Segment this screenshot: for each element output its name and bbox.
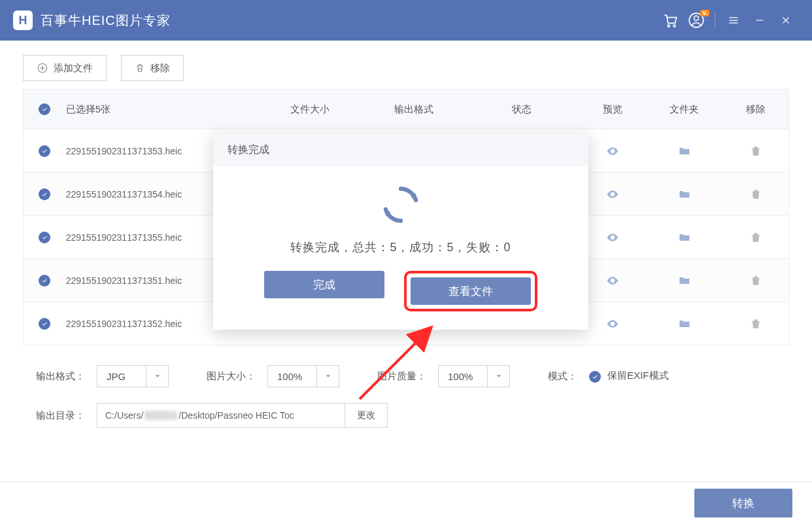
- preview-icon[interactable]: [580, 145, 645, 158]
- image-quality-dropdown[interactable]: 100%: [438, 365, 510, 387]
- select-all-checkbox[interactable]: [39, 103, 50, 115]
- output-dir-row: 输出目录： C:/Users/ /Desktop/Passneo HEIC To…: [0, 394, 812, 447]
- preview-icon[interactable]: [580, 274, 645, 287]
- modal-summary: 转换完成，总共：5，成功：5，失败：0: [290, 239, 511, 255]
- output-dir-prefix: C:/Users/: [105, 410, 143, 421]
- completion-modal: 转换完成 转换完成，总共：5，成功：5，失败：0 完成 查看文件: [213, 133, 588, 330]
- output-format-dropdown[interactable]: JPG: [97, 365, 169, 387]
- folder-icon[interactable]: [645, 145, 723, 158]
- header-status: 状态: [463, 103, 580, 116]
- chevron-down-icon: [154, 373, 161, 379]
- row-remove-icon[interactable]: [723, 145, 788, 158]
- folder-icon[interactable]: [645, 188, 723, 201]
- output-dir-label: 输出目录：: [36, 410, 85, 422]
- svg-point-0: [668, 25, 669, 27]
- header-selected: 已选择5张: [66, 103, 255, 116]
- mode-label: 模式：: [548, 370, 577, 383]
- modal-done-button[interactable]: 完成: [264, 271, 384, 298]
- image-size-value: 100%: [277, 371, 302, 382]
- close-icon[interactable]: [773, 7, 799, 33]
- folder-icon[interactable]: [645, 317, 723, 330]
- redacted-username: [144, 411, 177, 420]
- modal-title: 转换完成: [213, 133, 588, 166]
- header-format: 输出格式: [365, 103, 463, 116]
- image-size-label: 图片大小：: [207, 370, 256, 383]
- row-remove-icon[interactable]: [723, 188, 788, 201]
- table-header: 已选择5张 文件大小 输出格式 状态 预览 文件夹 移除: [24, 90, 788, 129]
- folder-icon[interactable]: [645, 274, 723, 287]
- output-format-value: JPG: [107, 371, 126, 382]
- chevron-down-icon: [496, 373, 502, 379]
- folder-icon[interactable]: [645, 231, 723, 244]
- user-icon[interactable]: V.: [683, 7, 709, 33]
- mode-value: 保留EXIF模式: [607, 370, 668, 381]
- header-size: 文件大小: [254, 103, 365, 116]
- app-logo: H: [13, 10, 33, 30]
- row-remove-icon[interactable]: [723, 317, 788, 330]
- remove-button[interactable]: 移除: [121, 55, 184, 81]
- row-checkbox[interactable]: [39, 145, 50, 157]
- trash-icon: [135, 63, 145, 73]
- remove-label: 移除: [150, 62, 170, 75]
- options-row: 输出格式： JPG 图片大小： 100% 图片质量： 100% 模式： 保留EX…: [0, 345, 812, 394]
- vip-badge-icon: V.: [700, 10, 709, 16]
- change-dir-button[interactable]: 更改: [345, 403, 388, 428]
- header-remove: 移除: [723, 103, 788, 116]
- modal-view-files-button[interactable]: 查看文件: [411, 277, 531, 305]
- exif-mode-checkbox[interactable]: 保留EXIF模式: [589, 370, 669, 382]
- header-preview: 预览: [580, 103, 645, 116]
- cart-icon[interactable]: [657, 7, 683, 33]
- menu-icon[interactable]: [720, 7, 747, 33]
- row-remove-icon[interactable]: [723, 274, 788, 287]
- preview-icon[interactable]: [580, 317, 645, 330]
- add-file-label: 添加文件: [54, 62, 93, 75]
- output-format-label: 输出格式：: [36, 370, 85, 383]
- refresh-icon: [378, 182, 424, 228]
- convert-button[interactable]: 转换: [694, 489, 792, 517]
- add-file-button[interactable]: 添加文件: [23, 55, 107, 81]
- image-quality-value: 100%: [448, 371, 473, 382]
- title-bar: H 百事牛HEIC图片专家 V.: [0, 0, 812, 41]
- header-folder: 文件夹: [645, 103, 723, 116]
- svg-point-1: [673, 25, 675, 27]
- check-icon: [589, 371, 601, 383]
- bottom-bar: 转换: [0, 481, 812, 524]
- image-size-dropdown[interactable]: 100%: [267, 365, 339, 387]
- annotation-highlight: 查看文件: [404, 271, 537, 311]
- preview-icon[interactable]: [580, 231, 645, 244]
- row-checkbox[interactable]: [39, 318, 50, 330]
- title-divider: [715, 12, 715, 28]
- plus-circle-icon: [37, 62, 48, 74]
- row-checkbox[interactable]: [39, 275, 50, 287]
- row-checkbox[interactable]: [39, 232, 50, 243]
- svg-point-3: [694, 16, 699, 20]
- row-checkbox[interactable]: [39, 188, 50, 200]
- minimize-icon[interactable]: [747, 7, 773, 33]
- app-title: 百事牛HEIC图片专家: [41, 12, 171, 29]
- toolbar: 添加文件 移除: [0, 41, 812, 89]
- row-remove-icon[interactable]: [723, 231, 788, 244]
- preview-icon[interactable]: [580, 188, 645, 201]
- image-quality-label: 图片质量：: [377, 370, 426, 383]
- chevron-down-icon: [325, 373, 331, 379]
- output-dir-field[interactable]: C:/Users/ /Desktop/Passneo HEIC Toc: [97, 403, 345, 428]
- output-dir-suffix: /Desktop/Passneo HEIC Toc: [178, 410, 294, 421]
